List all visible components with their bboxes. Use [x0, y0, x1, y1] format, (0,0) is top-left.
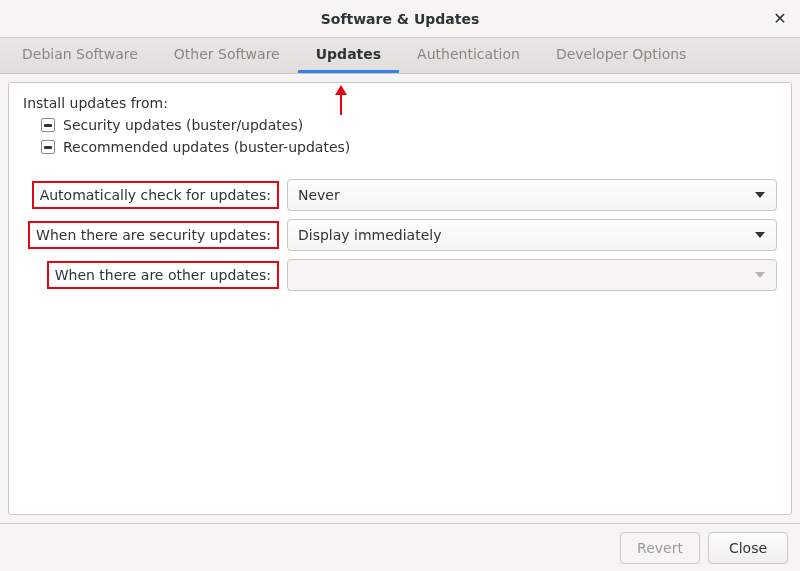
tab-other-software[interactable]: Other Software [156, 38, 298, 73]
combo-value: Never [298, 187, 340, 203]
check-row-security[interactable]: Security updates (buster/updates) [41, 117, 777, 133]
tab-label: Other Software [174, 46, 280, 62]
combo-value: Display immediately [298, 227, 441, 243]
setting-label: When there are security updates: [28, 221, 279, 250]
button-label: Revert [637, 540, 683, 556]
chevron-down-icon [754, 269, 766, 281]
window-title: Software & Updates [321, 11, 480, 27]
tab-debian-software[interactable]: Debian Software [4, 38, 156, 73]
setting-row-other-updates: When there are other updates: [23, 259, 777, 291]
chevron-down-icon [754, 189, 766, 201]
setting-row-auto-check: Automatically check for updates: Never [23, 179, 777, 211]
setting-label-wrap: When there are other updates: [23, 259, 279, 291]
combo-security-updates[interactable]: Display immediately [287, 219, 777, 251]
setting-label: Automatically check for updates: [32, 181, 279, 210]
tab-bar: Debian Software Other Software Updates A… [0, 38, 800, 74]
tab-updates[interactable]: Updates [298, 38, 399, 73]
combo-auto-check[interactable]: Never [287, 179, 777, 211]
setting-label-wrap: When there are security updates: [23, 219, 279, 251]
svg-marker-1 [335, 85, 347, 95]
close-button[interactable]: Close [708, 532, 788, 564]
check-label: Recommended updates (buster-updates) [63, 139, 350, 155]
tab-developer-options[interactable]: Developer Options [538, 38, 704, 73]
checkbox-indeterminate-icon[interactable] [41, 140, 55, 154]
tab-label: Debian Software [22, 46, 138, 62]
footer-bar: Revert Close [0, 523, 800, 571]
tab-authentication[interactable]: Authentication [399, 38, 538, 73]
revert-button: Revert [620, 532, 700, 564]
combo-other-updates [287, 259, 777, 291]
window-root: Software & Updates ✕ Debian Software Oth… [0, 0, 800, 571]
checkbox-indeterminate-icon[interactable] [41, 118, 55, 132]
button-label: Close [729, 540, 767, 556]
setting-row-security-updates: When there are security updates: Display… [23, 219, 777, 251]
setting-label-wrap: Automatically check for updates: [23, 179, 279, 211]
tab-label: Authentication [417, 46, 520, 62]
check-row-recommended[interactable]: Recommended updates (buster-updates) [41, 139, 777, 155]
chevron-down-icon [754, 229, 766, 241]
install-from-label: Install updates from: [23, 95, 777, 111]
content-panel: Install updates from: Security updates (… [8, 82, 792, 515]
tab-label: Updates [316, 46, 381, 62]
check-label: Security updates (buster/updates) [63, 117, 303, 133]
tab-label: Developer Options [556, 46, 686, 62]
close-icon[interactable]: ✕ [770, 9, 790, 29]
titlebar: Software & Updates ✕ [0, 0, 800, 38]
setting-label: When there are other updates: [47, 261, 279, 290]
settings-grid: Automatically check for updates: Never W… [23, 179, 777, 291]
